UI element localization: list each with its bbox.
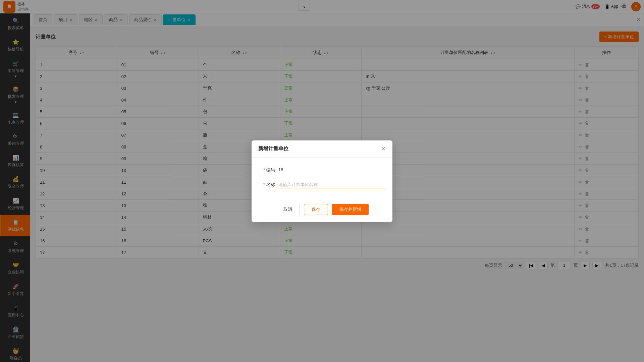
modal-overlay[interactable]: 新增计量单位 ✕ * 编码 * 名称 取消 保存 保存并新增 — [0, 0, 644, 362]
dialog-close-button[interactable]: ✕ — [381, 145, 386, 153]
form-row-name: * 名称 — [258, 180, 386, 189]
dialog-body: * 编码 * 名称 — [252, 158, 392, 200]
cancel-button[interactable]: 取消 — [276, 204, 300, 215]
form-row-code: * 编码 — [258, 166, 386, 174]
code-label: * 编码 — [258, 167, 275, 173]
name-label: * 名称 — [258, 182, 275, 188]
save-button[interactable]: 保存 — [304, 204, 328, 215]
dialog: 新增计量单位 ✕ * 编码 * 名称 取消 保存 保存并新增 — [252, 140, 392, 222]
dialog-footer: 取消 保存 保存并新增 — [252, 200, 392, 222]
code-input[interactable] — [278, 166, 386, 174]
required-star-code: * — [263, 167, 265, 172]
dialog-header: 新增计量单位 ✕ — [252, 140, 392, 158]
save-and-new-button[interactable]: 保存并新增 — [332, 204, 369, 215]
dialog-title: 新增计量单位 — [258, 145, 288, 152]
required-star-name: * — [263, 182, 265, 187]
name-input[interactable] — [278, 180, 386, 189]
